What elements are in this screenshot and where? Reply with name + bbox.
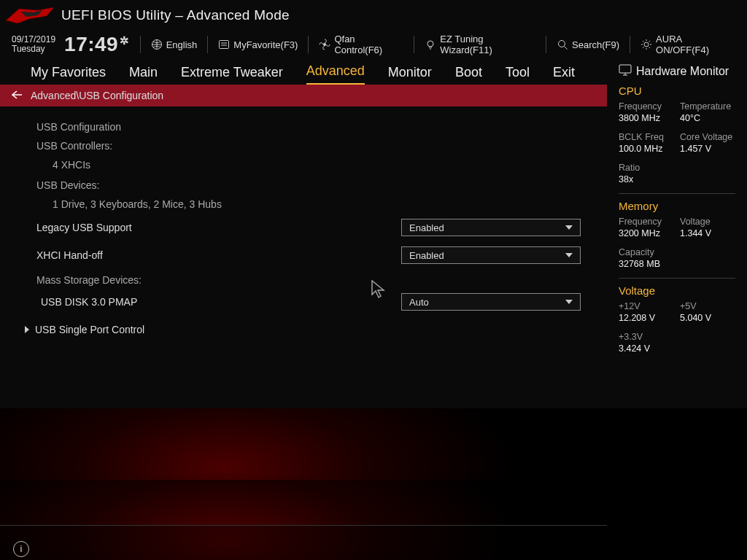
legacy-usb-dropdown[interactable]: Enabled: [401, 219, 581, 236]
devices-label: USB Devices:: [36, 179, 731, 191]
tab-boot[interactable]: Boot: [455, 65, 482, 85]
section-heading: USB Configuration: [36, 121, 731, 133]
date-block: 09/17/2019 Tuesday: [12, 35, 55, 54]
gear-icon[interactable]: ✲: [120, 34, 130, 47]
qfan-button[interactable]: Qfan Control(F6): [319, 34, 403, 55]
tab-exit[interactable]: Exit: [553, 65, 575, 85]
info-icon: i: [13, 541, 29, 557]
language-button[interactable]: English: [151, 39, 198, 50]
svg-point-4: [559, 41, 565, 47]
row-xhci-handoff: XHCI Hand-off Enabled: [36, 246, 731, 264]
cpu-heading: CPU: [619, 85, 735, 97]
mass-device-dropdown[interactable]: Auto: [401, 293, 581, 311]
bulb-icon: [425, 39, 436, 50]
row-legacy-usb: Legacy USB Support Enabled: [36, 219, 731, 236]
time-display: 17:49 ✲: [64, 33, 130, 56]
breadcrumb-bar: Advanced\USB Configuration: [0, 85, 607, 106]
svg-point-5: [644, 42, 649, 47]
submenu-usb-single-port[interactable]: USB Single Port Control: [36, 324, 731, 335]
list-icon: [218, 39, 230, 50]
tab-bar: My Favorites Main Extreme Tweaker Advanc…: [0, 58, 747, 85]
chevron-down-icon: [565, 300, 573, 304]
svg-point-2: [323, 43, 326, 46]
chevron-down-icon: [565, 225, 573, 230]
rog-logo-icon: [4, 4, 55, 26]
tab-my-favorites[interactable]: My Favorites: [31, 65, 106, 85]
xhci-label: XHCI Hand-off: [36, 249, 401, 261]
mass-device-name: USB DISK 3.0 PMAP: [36, 296, 401, 308]
help-band: i: [0, 525, 607, 560]
title-bar: UEFI BIOS Utility – Advanced Mode: [0, 0, 747, 31]
back-arrow-icon[interactable]: [10, 90, 23, 102]
row-mass-device: USB DISK 3.0 PMAP Auto: [36, 293, 731, 311]
day-text: Tuesday: [12, 44, 55, 54]
legacy-usb-label: Legacy USB Support: [36, 222, 401, 233]
aura-button[interactable]: AURA ON/OFF(F4): [640, 34, 735, 55]
ez-tuning-button[interactable]: EZ Tuning Wizard(F11): [425, 34, 535, 55]
chevron-right-icon: [25, 326, 29, 333]
svg-point-3: [427, 41, 433, 47]
info-row: 09/17/2019 Tuesday 17:49 ✲ English MyFav…: [0, 31, 747, 58]
fan-icon: [319, 39, 330, 50]
xhci-dropdown[interactable]: Enabled: [401, 246, 581, 264]
sun-icon: [640, 39, 652, 50]
globe-icon: [151, 39, 163, 50]
controllers-label: USB Controllers:: [36, 140, 731, 152]
app-title: UEFI BIOS Utility – Advanced Mode: [61, 7, 290, 23]
search-button[interactable]: Search(F9): [557, 39, 619, 50]
mass-storage-label: Mass Storage Devices:: [36, 274, 731, 286]
tab-tool[interactable]: Tool: [506, 65, 530, 85]
tab-main[interactable]: Main: [129, 65, 158, 85]
myfavorite-button[interactable]: MyFavorite(F3): [218, 39, 298, 50]
controllers-value: 4 XHCIs: [53, 159, 731, 171]
svg-rect-1: [220, 41, 229, 49]
tab-extreme-tweaker[interactable]: Extreme Tweaker: [181, 65, 283, 85]
tab-monitor[interactable]: Monitor: [388, 65, 432, 85]
main-panel: USB Configuration USB Controllers: 4 XHC…: [0, 106, 747, 525]
chevron-down-icon: [565, 253, 573, 257]
search-icon: [557, 39, 568, 50]
devices-value: 1 Drive, 3 Keyboards, 2 Mice, 3 Hubs: [53, 198, 731, 210]
tab-advanced[interactable]: Advanced: [306, 63, 365, 85]
breadcrumb-text: Advanced\USB Configuration: [31, 90, 163, 101]
